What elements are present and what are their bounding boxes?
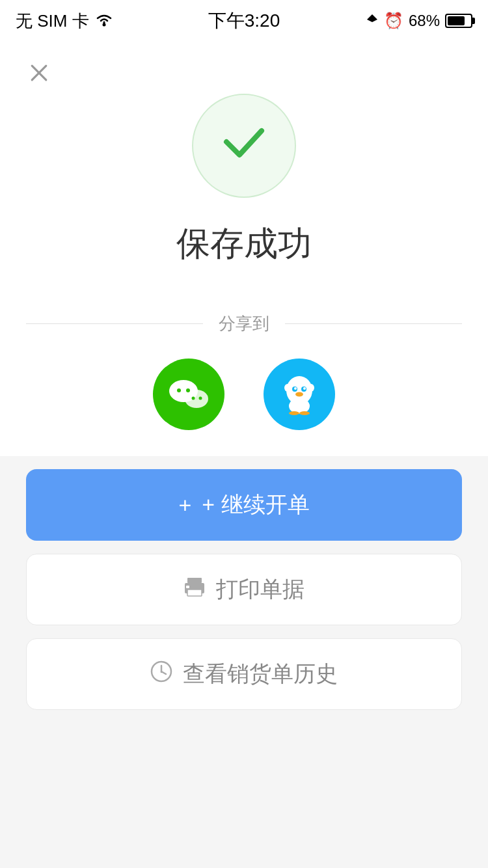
battery-icon: [445, 14, 472, 28]
svg-point-14: [294, 387, 297, 390]
status-right: ⏰ 68%: [366, 12, 472, 30]
printer-icon: [183, 577, 206, 603]
print-button[interactable]: 打印单据: [26, 554, 462, 625]
clock-icon: [150, 660, 172, 688]
svg-point-16: [295, 392, 303, 396]
print-label: 打印单据: [216, 575, 305, 604]
svg-point-7: [191, 396, 195, 400]
success-section: 保存成功: [0, 42, 488, 293]
divider-right: [285, 323, 462, 324]
close-button[interactable]: [23, 57, 55, 88]
share-icons-container: [0, 359, 488, 430]
wifi-icon: [94, 11, 114, 31]
svg-point-8: [198, 396, 202, 400]
continue-full-label: + 继续开单: [202, 490, 309, 520]
svg-point-0: [102, 23, 105, 26]
sim-status: 无 SIM 卡: [16, 10, 89, 33]
status-bar: 无 SIM 卡 下午3:20 ⏰ 68%: [0, 0, 488, 42]
svg-rect-20: [187, 578, 202, 583]
share-label: 分享到: [203, 312, 285, 335]
qq-share-button[interactable]: [264, 359, 335, 430]
share-divider: 分享到: [0, 293, 488, 359]
svg-point-15: [303, 387, 306, 390]
checkmark-icon: [215, 113, 273, 180]
svg-line-26: [161, 671, 166, 674]
qq-icon: [278, 373, 321, 416]
close-icon: [27, 61, 51, 85]
action-section: + + 继续开单 打印单据 查看销货单历史: [0, 456, 488, 710]
svg-point-19: [299, 411, 310, 415]
share-section: 分享到: [0, 293, 488, 456]
continue-button[interactable]: + + 继续开单: [26, 469, 462, 541]
location-icon: [366, 12, 379, 30]
svg-rect-22: [187, 590, 202, 596]
alarm-icon: ⏰: [384, 12, 403, 30]
status-left: 无 SIM 卡: [16, 10, 114, 33]
svg-rect-23: [186, 586, 189, 588]
svg-point-4: [185, 390, 208, 408]
divider-left: [26, 323, 203, 324]
svg-point-11: [308, 384, 314, 392]
wechat-icon: [168, 377, 210, 413]
success-title: 保存成功: [176, 221, 312, 267]
svg-point-10: [284, 384, 291, 392]
history-button[interactable]: 查看销货单历史: [26, 638, 462, 710]
plus-icon: +: [178, 493, 191, 518]
wechat-share-button[interactable]: [153, 359, 224, 430]
svg-point-6: [186, 388, 190, 392]
battery-percent: 68%: [409, 12, 440, 30]
history-label: 查看销货单历史: [183, 659, 338, 689]
svg-point-18: [289, 411, 299, 415]
status-time: 下午3:20: [208, 8, 280, 33]
success-circle: [192, 94, 296, 198]
svg-point-5: [177, 388, 181, 392]
main-content: 保存成功 分享到: [0, 42, 488, 456]
